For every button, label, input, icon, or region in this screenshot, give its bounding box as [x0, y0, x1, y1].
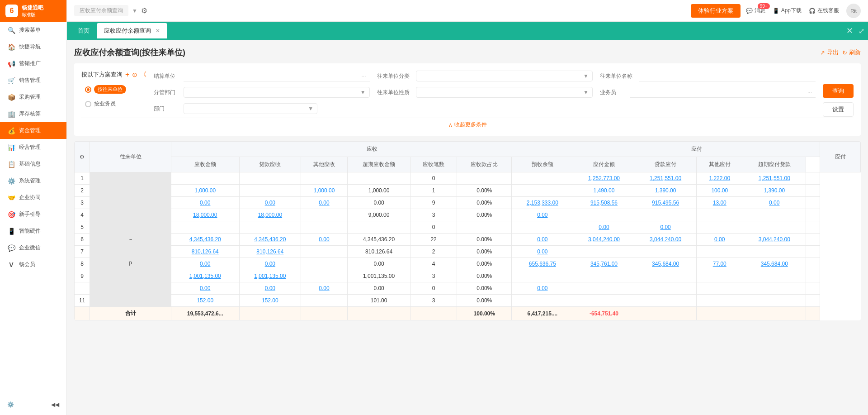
refresh-btn[interactable]: ↻ 刷新 — [842, 48, 861, 57]
tab-arquery[interactable]: 应收应付余额查询 ✕ — [97, 23, 167, 38]
tab-close-window-icon[interactable]: ✕ — [846, 26, 853, 36]
row-overdue-ap: 1,390.00 — [743, 185, 806, 197]
sidebar-item-search[interactable]: 🔍 搜索菜单 — [0, 22, 66, 38]
sidebar-item-guide[interactable]: 🎯 新手引导 — [0, 206, 66, 223]
row-other-ar — [301, 172, 347, 185]
row-loan-ap: 3,044,240.00 — [635, 234, 696, 246]
finance-icon: 💰 — [7, 127, 15, 134]
row-other-ar — [301, 270, 347, 282]
row-advance — [512, 221, 573, 234]
sidebar-item-operation[interactable]: 📊 经营管理 — [0, 139, 66, 156]
filter-option-staff[interactable]: 按业务员 — [81, 98, 146, 110]
row-ap-extra — [806, 295, 820, 307]
filter-dept: 部门 ▼ — [154, 103, 317, 114]
sidebar-item-member[interactable]: V 畅会员 — [0, 256, 66, 273]
row-loan-ap — [635, 246, 696, 258]
dept-label: 部门 — [154, 105, 181, 113]
row-no: 5 — [75, 221, 90, 234]
total-ap-amount: -654,751.40 — [573, 307, 635, 320]
message-btn[interactable]: 💬 消息 99+ — [746, 7, 765, 14]
row-ap-extra — [806, 185, 820, 197]
salesperson-dots-icon[interactable]: ··· — [807, 89, 812, 95]
online-service-btn[interactable]: 🎧 在线客服 — [809, 7, 839, 14]
tab-expand-icon[interactable]: ⤢ — [859, 27, 864, 35]
filter-add-icon[interactable]: + — [125, 71, 129, 79]
tab-home[interactable]: 首页 — [71, 23, 97, 38]
sidebar-item-system[interactable]: ⚙️ 系统管理 — [0, 172, 66, 189]
sidebar-item-base[interactable]: 📋 基础信息 — [0, 156, 66, 172]
row-other-ap: 100.00 — [696, 185, 743, 197]
sidebar-item-wechat[interactable]: 💬 企业微信 — [0, 239, 66, 256]
sidebar-item-purchase[interactable]: 📦 采购管理 — [0, 89, 66, 105]
row-overdue-ap: 0.00 — [743, 197, 806, 209]
sidebar-item-collab[interactable]: 🤝 企业协同 — [0, 189, 66, 206]
row-unit — [90, 185, 171, 197]
row-other-ap — [696, 246, 743, 258]
setting-btn[interactable]: 设置 — [823, 102, 854, 117]
sidebar-settings-btn[interactable]: ⚙️ ◀◀ — [0, 398, 66, 411]
row-ar-amount: 4,345,436.20 — [171, 234, 239, 246]
filter-unit-category: 往来单位分类 ▼ — [377, 71, 593, 81]
row-ar-amount: 152.00 — [171, 295, 239, 307]
row-no: 8 — [75, 258, 90, 270]
settlement-input-wrap: ··· — [184, 71, 369, 81]
breadcrumb-dropdown-icon[interactable]: ▼ — [132, 8, 137, 14]
row-other-ar — [301, 246, 347, 258]
user-avatar[interactable]: Rit — [846, 4, 861, 18]
settings-icon: ⚙️ — [7, 401, 14, 408]
unit-name-input[interactable] — [639, 71, 816, 81]
row-advance: 0.00 — [512, 234, 573, 246]
row-loan-ar: 1,001,135.00 — [239, 270, 301, 282]
app-download-btn[interactable]: 📱 App下载 — [773, 7, 802, 14]
row-loan-ar — [239, 172, 301, 185]
page-actions: ↗ 导出 ↻ 刷新 — [820, 48, 861, 57]
sidebar-item-finance[interactable]: 💰 资金管理 — [0, 122, 66, 139]
filter-collapse-icon[interactable]: 《 — [140, 71, 146, 79]
row-other-ar — [301, 209, 347, 221]
sales-icon: 🛒 — [7, 77, 15, 84]
total-other-ar — [301, 307, 347, 320]
row-unit — [90, 246, 171, 258]
row-no: 11 — [75, 295, 90, 307]
sidebar-item-marketing[interactable]: 📢 营销推广 — [0, 55, 66, 72]
table-settings-icon[interactable]: ⚙ — [80, 154, 85, 160]
row-loan-ap: 345,684.00 — [635, 258, 696, 270]
th-settings[interactable]: ⚙ — [75, 142, 90, 172]
th-overdue-ap: 超期应付货款 — [743, 157, 806, 172]
row-ap-amount: 345,761.00 — [573, 258, 635, 270]
row-no: 7 — [75, 246, 90, 258]
sidebar-item-hardware[interactable]: 📱 智能硬件 — [0, 223, 66, 239]
settlement-dots-icon[interactable]: ··· — [362, 73, 366, 79]
row-ar-amount: 0.00 — [171, 258, 239, 270]
export-btn[interactable]: ↗ 导出 — [820, 48, 839, 57]
row-loan-ar: 0.00 — [239, 197, 301, 209]
row-overdue-ar: 9,000.00 — [348, 209, 410, 221]
unit-category-select[interactable]: ▼ — [416, 71, 593, 81]
topbar-gear-icon[interactable]: ⚙ — [141, 6, 147, 15]
sidebar-item-quick[interactable]: 🏠 快捷导航 — [0, 38, 66, 55]
solution-btn[interactable]: 体验行业方案 — [691, 4, 741, 18]
row-ap-amount — [573, 209, 635, 221]
collapse-more-btn[interactable]: ∧ 收起更多条件 — [81, 118, 854, 129]
sidebar-item-inventory[interactable]: 🏢 库存核算 — [0, 105, 66, 122]
filter-settings-icon[interactable]: ⊙ — [132, 71, 137, 78]
row-ar-amount: 0.00 — [171, 197, 239, 209]
th-ar-amount: 应收金额 — [171, 157, 239, 172]
row-loan-ar: 4,345,436.20 — [239, 234, 301, 246]
row-unit — [90, 197, 171, 209]
table-row: 1 0 1,252,773.00 1,251,551.00 1,222.00 1… — [75, 172, 861, 185]
dept-managed-select[interactable]: ▼ — [184, 87, 369, 98]
row-ap-extra — [806, 270, 820, 282]
tab-close-icon[interactable]: ✕ — [156, 28, 160, 34]
row-overdue-ap — [743, 282, 806, 295]
unit-nature-select[interactable]: ▼ — [416, 87, 593, 98]
row-overdue-ar — [348, 221, 410, 234]
total-advance: 6,417,215.... — [512, 307, 573, 320]
dept-select[interactable]: ▼ — [184, 103, 317, 114]
tab-bar: 首页 应收应付余额查询 ✕ ✕ ⤢ — [67, 22, 868, 40]
sidebar-item-sales[interactable]: 🛒 销售管理 — [0, 72, 66, 89]
row-unit — [90, 172, 171, 185]
query-btn[interactable]: 查询 — [823, 84, 854, 98]
filter-option-unit[interactable]: 按往来单位 — [81, 83, 146, 95]
row-no — [75, 282, 90, 295]
